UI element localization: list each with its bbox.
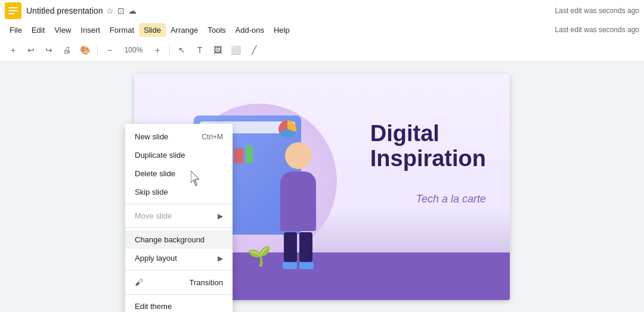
menu-item-change-background[interactable]: Change background <box>125 230 233 249</box>
slide-title: DigitalInspiration <box>370 121 486 171</box>
toolbar-zoom-in[interactable]: + <box>149 42 166 58</box>
menu-help[interactable]: Help <box>269 23 295 37</box>
slide-panel: 🌱 $ DigitalInspiration Tech a la carte <box>0 62 644 312</box>
toolbar: + ↩ ↪ 🖨 🎨 − 100% + ↖ T 🖼 ⬜ ╱ <box>0 38 644 62</box>
menu-divider-3 <box>125 270 233 270</box>
title-section: Untitled presentation ☆ ⊡ ☁ <box>26 6 137 15</box>
menu-format[interactable]: Format <box>105 23 139 37</box>
skip-slide-label: Skip slide <box>135 188 168 196</box>
delete-slide-label: Delete slide <box>135 169 175 178</box>
star-icon[interactable]: ☆ <box>106 6 114 15</box>
menu-item-skip-slide[interactable]: Skip slide <box>125 183 233 201</box>
menu-addons[interactable]: Add-ons <box>231 23 269 37</box>
toolbar-undo[interactable]: ↩ <box>23 42 39 58</box>
new-slide-shortcut: Ctrl+M <box>202 133 223 141</box>
svg-rect-1 <box>8 7 18 8</box>
menu-divider-2 <box>125 227 233 228</box>
svg-rect-3 <box>8 13 14 14</box>
toolbar-print[interactable]: 🖨 <box>58 42 75 58</box>
app-logo <box>5 2 21 19</box>
edit-theme-label: Edit theme <box>135 302 172 311</box>
duplicate-slide-label: Duplicate slide <box>135 151 185 160</box>
toolbar-zoom-out[interactable]: − <box>101 42 118 58</box>
menu-divider-4 <box>125 294 233 295</box>
menu-item-apply-layout[interactable]: Apply layout ▶ <box>125 249 233 267</box>
menu-tools[interactable]: Tools <box>203 23 230 37</box>
cloud-icon[interactable]: ☁ <box>128 6 137 15</box>
slide-subtitle: Tech a la carte <box>416 193 486 205</box>
change-background-label: Change background <box>135 235 205 244</box>
menu-item-transition[interactable]: 🖌 Transition <box>125 273 233 292</box>
menu-view[interactable]: View <box>49 23 76 37</box>
menu-insert[interactable]: Insert <box>76 23 105 37</box>
menu-item-duplicate-slide[interactable]: Duplicate slide <box>125 146 233 164</box>
menu-item-move-slide: Move slide ▶ <box>125 207 233 225</box>
presentation-title[interactable]: Untitled presentation <box>26 6 103 15</box>
new-slide-label: New slide <box>135 132 168 141</box>
toolbar-zoom-level[interactable]: 100% <box>119 42 148 58</box>
toolbar-image[interactable]: 🖼 <box>209 42 226 58</box>
transition-label: Transition <box>189 278 223 287</box>
dropdown-menu: New slide Ctrl+M Duplicate slide Delete … <box>125 124 233 312</box>
slide-plant: 🌱 <box>247 245 271 267</box>
apply-layout-arrow: ▶ <box>218 254 223 263</box>
main-content: 🌱 $ DigitalInspiration Tech a la carte N… <box>0 62 644 312</box>
last-edit-right: Last edit was seconds ago <box>555 26 639 34</box>
menu-bar: File Edit View Insert Format Slide Arran… <box>0 21 644 38</box>
menu-item-delete-slide[interactable]: Delete slide <box>125 164 233 183</box>
menu-edit[interactable]: Edit <box>27 23 49 37</box>
svg-rect-2 <box>8 10 18 11</box>
last-edit-label: Last edit was seconds ago <box>555 7 639 15</box>
toolbar-add[interactable]: + <box>5 42 21 58</box>
toolbar-sep-1 <box>97 44 98 56</box>
menu-divider-1 <box>125 204 233 204</box>
folder-icon[interactable]: ⊡ <box>117 6 125 15</box>
toolbar-select[interactable]: ↖ <box>174 42 190 58</box>
toolbar-lines[interactable]: ╱ <box>246 42 262 58</box>
toolbar-paintformat[interactable]: 🎨 <box>76 42 94 58</box>
toolbar-sep-2 <box>169 44 170 56</box>
apply-layout-label: Apply layout <box>135 254 177 263</box>
toolbar-redo[interactable]: ↪ <box>41 42 57 58</box>
move-slide-arrow: ▶ <box>218 212 223 220</box>
menu-file[interactable]: File <box>5 23 27 37</box>
toolbar-shapes[interactable]: ⬜ <box>227 42 244 58</box>
title-bar: Untitled presentation ☆ ⊡ ☁ Last edit wa… <box>0 0 644 21</box>
transition-icon: 🖌 <box>135 277 143 287</box>
menu-arrange[interactable]: Arrange <box>166 23 203 37</box>
toolbar-textbox[interactable]: T <box>191 42 208 58</box>
menu-slide[interactable]: Slide <box>139 23 166 37</box>
slide-person <box>277 142 319 267</box>
menu-item-edit-theme[interactable]: Edit theme <box>125 297 233 312</box>
move-slide-label: Move slide <box>135 211 172 220</box>
menu-item-new-slide[interactable]: New slide Ctrl+M <box>125 127 233 146</box>
